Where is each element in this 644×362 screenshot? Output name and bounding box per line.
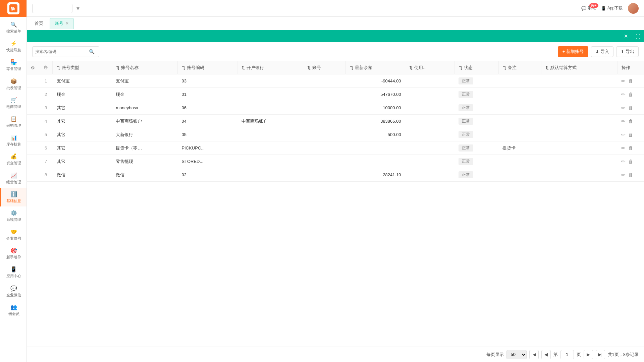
th-bank[interactable]: ⇅ 开户银行 xyxy=(237,61,303,74)
th-usage[interactable]: ⇅ 使用... xyxy=(405,61,455,74)
edit-btn-2[interactable]: ✏ xyxy=(621,105,626,111)
delete-btn-6[interactable]: 🗑 xyxy=(628,159,633,164)
td-settlement-4 xyxy=(541,128,617,141)
sidebar-label-member: 畅会员 xyxy=(8,312,19,316)
td-account-name-7: 微信 xyxy=(112,168,177,182)
edit-btn-4[interactable]: ✏ xyxy=(621,132,626,138)
td-remark-3 xyxy=(498,115,541,128)
delete-btn-2[interactable]: 🗑 xyxy=(628,105,633,111)
sidebar-icon-wholesale-mgmt: 📦 xyxy=(10,78,17,84)
sidebar-label-basic-info: 基础信息 xyxy=(6,199,21,203)
status-badge-5: 正常 xyxy=(459,144,473,152)
delete-btn-7[interactable]: 🗑 xyxy=(628,172,633,178)
sidebar-item-retail-mgmt[interactable]: 🏪 零售管理 xyxy=(0,56,26,74)
search-input[interactable] xyxy=(35,49,89,54)
sidebar-item-ecom-mgmt[interactable]: 🛒 电商管理 xyxy=(0,94,26,112)
app-download-button[interactable]: 📱 App下载 xyxy=(601,5,623,11)
tab-home[interactable]: 首页 xyxy=(30,18,48,29)
add-account-button[interactable]: + 新增账号 xyxy=(558,46,588,57)
sidebar-label-sys-mgmt: 系统管理 xyxy=(6,218,21,222)
th-account-type[interactable]: ⇅ 账号类型 xyxy=(53,61,112,74)
edit-btn-5[interactable]: ✏ xyxy=(621,145,626,151)
delete-btn-3[interactable]: 🗑 xyxy=(628,118,633,124)
page-size-select[interactable]: 102050100 xyxy=(506,350,527,359)
prev-page-btn[interactable]: ◀ xyxy=(541,350,551,359)
page-label-post: 页 xyxy=(577,352,581,358)
panel-minimize-btn[interactable]: ✕ xyxy=(620,30,632,42)
message-icon: 💬 xyxy=(581,6,586,11)
edit-btn-3[interactable]: ✏ xyxy=(621,118,626,124)
td-bank-0 xyxy=(237,74,303,88)
user-avatar[interactable] xyxy=(628,3,639,14)
sidebar-item-quick-nav[interactable]: ⚡ 快捷导航 xyxy=(0,37,26,56)
sidebar-item-inventory-mgmt[interactable]: 📊 库存核算 xyxy=(0,131,26,150)
td-balance-0: -90444.00 xyxy=(346,74,405,88)
sidebar-item-ops-mgmt[interactable]: 📈 经营管理 xyxy=(0,169,26,188)
edit-btn-0[interactable]: ✏ xyxy=(621,78,626,84)
td-gear-1 xyxy=(27,88,39,101)
topbar-left: ▾ xyxy=(32,4,79,13)
td-bank-4 xyxy=(237,128,303,141)
td-account-type-0: 支付宝 xyxy=(53,74,112,88)
sidebar-label-ecom-mgmt: 电商管理 xyxy=(6,105,21,109)
th-account-code[interactable]: ⇅ 账号编码 xyxy=(178,61,237,74)
export-button[interactable]: ⬆ 导出 xyxy=(616,46,639,57)
message-badge: 99+ xyxy=(589,3,598,8)
sidebar-item-purchase-mgmt[interactable]: 📋 采购管理 xyxy=(0,112,26,131)
topbar-search-input[interactable] xyxy=(32,4,72,13)
td-settlement-6 xyxy=(541,155,617,168)
sidebar-item-basic-info[interactable]: ℹ️ 基础信息 xyxy=(0,188,26,206)
delete-btn-4[interactable]: 🗑 xyxy=(628,132,633,137)
th-account-name[interactable]: ⇅ 账号名称 xyxy=(112,61,177,74)
td-settlement-0 xyxy=(541,74,617,88)
edit-btn-1[interactable]: ✏ xyxy=(621,92,626,98)
next-page-btn[interactable]: ▶ xyxy=(584,350,593,359)
th-balance[interactable]: ⇅ 最新余额 xyxy=(346,61,405,74)
delete-btn-0[interactable]: 🗑 xyxy=(628,78,633,84)
add-account-label: + 新增账号 xyxy=(562,49,584,55)
sidebar-item-enterprise-agreement[interactable]: 🤝 企业协同 xyxy=(0,225,26,244)
sidebar-icon-purchase-mgmt: 📋 xyxy=(10,116,17,122)
th-gear[interactable]: ⚙ xyxy=(27,61,39,74)
panel-maximize-btn[interactable]: ⛶ xyxy=(632,30,644,42)
td-usage-1 xyxy=(405,88,455,101)
td-remark-5: 提货卡 xyxy=(498,141,541,155)
sidebar-item-enterprise-wechat[interactable]: 💬 企业微信 xyxy=(0,282,26,301)
first-page-btn[interactable]: |◀ xyxy=(529,350,539,359)
td-settlement-7 xyxy=(541,168,617,182)
sidebar-item-member[interactable]: 👥 畅会员 xyxy=(0,301,26,319)
td-gear-7 xyxy=(27,168,39,182)
sidebar-item-sys-mgmt[interactable]: ⚙️ 系统管理 xyxy=(0,206,26,225)
import-button[interactable]: ⬇ 导入 xyxy=(591,46,613,57)
topbar-dropdown-icon[interactable]: ▾ xyxy=(76,5,79,12)
search-icon[interactable]: 🔍 xyxy=(89,49,95,54)
sidebar-item-newbie-guide[interactable]: 🎯 新手引导 xyxy=(0,244,26,263)
td-account-type-1: 现金 xyxy=(53,88,112,101)
tab-close-account[interactable]: ✕ xyxy=(65,21,69,25)
sidebar-icon-basic-info: ℹ️ xyxy=(10,191,17,197)
th-remark[interactable]: ⇅ 备注 xyxy=(498,61,541,74)
sidebar-item-wholesale-mgmt[interactable]: 📦 批发管理 xyxy=(0,75,26,94)
th-status[interactable]: ⇅ 状态 xyxy=(454,61,498,74)
message-button[interactable]: 💬 消息 99+ xyxy=(581,5,596,11)
th-default-settlement[interactable]: ⇅ 默认结算方式 xyxy=(541,61,617,74)
td-balance-3: 383866.00 xyxy=(346,115,405,128)
last-page-btn[interactable]: ▶| xyxy=(596,350,605,359)
sidebar-item-finance-mgmt[interactable]: 💰 资金管理 xyxy=(0,150,26,169)
page-input[interactable] xyxy=(560,350,574,359)
edit-btn-6[interactable]: ✏ xyxy=(621,159,626,165)
td-account-type-6: 其它 xyxy=(53,155,112,168)
sidebar-item-app-center[interactable]: 📱 应用中心 xyxy=(0,263,26,282)
th-account-no[interactable]: ⇅ 账号 xyxy=(303,61,346,74)
edit-btn-7[interactable]: ✏ xyxy=(621,172,626,178)
td-usage-0 xyxy=(405,74,455,88)
delete-btn-5[interactable]: 🗑 xyxy=(628,145,633,151)
sidebar-item-search-menu[interactable]: 🔍 搜索菜单 xyxy=(0,18,26,37)
td-num-5: 6 xyxy=(39,141,53,155)
td-status-6: 正常 xyxy=(454,155,498,168)
tab-account[interactable]: 账号✕ xyxy=(50,18,74,29)
td-remark-1 xyxy=(498,88,541,101)
sidebar-icon-sys-mgmt: ⚙️ xyxy=(10,210,17,216)
delete-btn-1[interactable]: 🗑 xyxy=(628,92,633,97)
sidebar-icon-ops-mgmt: 📈 xyxy=(10,172,17,179)
